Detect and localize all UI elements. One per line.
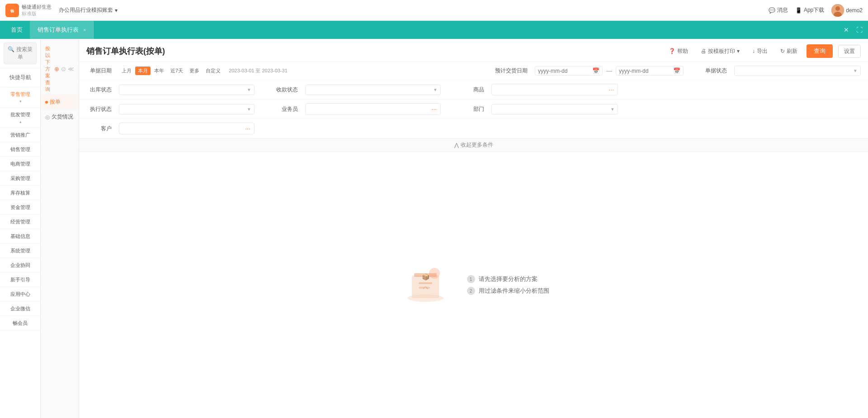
- sidebar-item-inventory[interactable]: 库存核算: [0, 186, 40, 200]
- date-tab-this-month[interactable]: 本月: [135, 66, 151, 75]
- sidebar-item-basic[interactable]: 基础信息: [0, 229, 40, 244]
- refresh-button[interactable]: ↻ 刷新: [777, 46, 801, 57]
- export-label: 导出: [757, 48, 768, 55]
- out-status-control: ▾: [119, 85, 255, 95]
- empty-steps: 1 请先选择要分析的方案 2 用过滤条件来缩小分析范围: [467, 275, 549, 295]
- date-range-text: 2023-03-01 至 2023-03-31: [229, 67, 288, 74]
- message-button[interactable]: 💬 消息: [769, 6, 788, 14]
- step-1-label: 请先选择要分析的方案: [479, 275, 538, 283]
- goods-control: ···: [491, 84, 618, 95]
- salesman-control: ···: [305, 103, 441, 115]
- sidebar-item-sales[interactable]: 销售管理: [0, 142, 40, 157]
- logo-text: 畅捷通好生意 标准版: [22, 4, 52, 17]
- calendar-start-icon[interactable]: 📅: [592, 67, 599, 74]
- sidebar-item-app-center[interactable]: 应用中心: [0, 287, 40, 302]
- expected-date-start-input[interactable]: [538, 68, 590, 74]
- nav-dropdown[interactable]: 办公用品行业模拟账套 ▾: [55, 5, 121, 16]
- sidebar-item-purchase[interactable]: 采购管理: [0, 171, 40, 186]
- avatar: [831, 4, 844, 17]
- filter-row-2: 出库状态 ▾ 收款状态 ▾ 商品: [79, 80, 868, 100]
- sidebar-item-newbie[interactable]: 新手引导: [0, 273, 40, 287]
- sub-sidebar-item-debt[interactable]: ◎ 欠货情况: [41, 109, 79, 124]
- collapse-label: 收起更多条件: [461, 141, 493, 149]
- message-label: 消息: [777, 6, 788, 14]
- date-tab-last-month[interactable]: 上月: [119, 66, 134, 75]
- active-dot: [45, 101, 48, 104]
- salesman-label: 业务员: [273, 105, 298, 113]
- export-button[interactable]: ↓ 导出: [749, 46, 771, 57]
- sub-sidebar-item-order[interactable]: 按单: [41, 95, 79, 109]
- sidebar-item-finance[interactable]: 资金管理: [0, 200, 40, 215]
- tab-active[interactable]: 销售订单执行表 ×: [30, 21, 94, 39]
- username-label: demo2: [846, 7, 863, 14]
- add-scheme-icon[interactable]: ⊕: [54, 66, 59, 72]
- user-area[interactable]: demo2: [831, 4, 863, 17]
- svg-point-10: [429, 268, 440, 279]
- template-print-label: 按模板打印: [708, 48, 735, 55]
- recv-status-label: 收款状态: [273, 86, 298, 94]
- date-tab-7days[interactable]: 近7天: [168, 66, 186, 75]
- sidebar-item-operation[interactable]: 经营管理: [0, 215, 40, 229]
- help-button[interactable]: ❓ 帮助: [665, 46, 692, 57]
- date-filter-control: 上月 本月 本年 近7天 更多 自定义 2023-03-01 至 2023-03…: [119, 66, 477, 75]
- sidebar-item-member[interactable]: 畅会员: [0, 316, 40, 331]
- sidebar-item-ecommerce[interactable]: 电商管理: [0, 157, 40, 171]
- date-tabs: 上月 本月 本年 近7天 更多 自定义: [119, 66, 223, 75]
- recv-status-control: ▾: [305, 85, 441, 95]
- dept-label: 部门: [459, 105, 484, 113]
- svg-text:畅: 畅: [10, 9, 14, 13]
- expected-date-end-wrap: 📅: [616, 66, 684, 76]
- sidebar-item-wechat[interactable]: 企业微信: [0, 302, 40, 316]
- sidebar-item-enterprise[interactable]: 企业协同: [0, 258, 40, 273]
- salesman-more-icon[interactable]: ···: [431, 105, 437, 113]
- filter-row-1: 单据日期 上月 本月 本年 近7天 更多 自定义 2023-03-01 至 20…: [79, 62, 868, 80]
- page-header: 销售订单执行表(按单) ❓ 帮助 🖨 按模板打印 ▾ ↓ 导出 ↻ 刷新: [79, 39, 868, 62]
- sidebar-item-marketing[interactable]: 营销推广: [0, 128, 40, 142]
- template-print-button[interactable]: 🖨 按模板打印 ▾: [697, 46, 743, 57]
- date-tab-this-year[interactable]: 本年: [151, 66, 167, 75]
- collapse-bar[interactable]: ⋀ 收起更多条件: [79, 138, 868, 152]
- sidebar-item-system[interactable]: 系统管理: [0, 244, 40, 258]
- svg-rect-8: [419, 282, 432, 284]
- sidebar-item-retail[interactable]: 零售管理 ▾: [0, 87, 40, 108]
- tab-home-label: 首页: [11, 26, 23, 34]
- sidebar-search-area: 🔍 搜索菜单: [0, 39, 40, 68]
- tab-close-button[interactable]: ×: [83, 27, 86, 33]
- date-tab-more[interactable]: 更多: [187, 66, 202, 75]
- maximize-icon[interactable]: ⛶: [854, 24, 864, 35]
- header-left: 畅 畅捷通好生意 标准版 办公用品行业模拟账套 ▾: [5, 4, 121, 17]
- exec-status-control: ▾: [119, 104, 255, 114]
- edit-scheme-icon[interactable]: ⊙: [61, 66, 66, 72]
- calendar-end-icon[interactable]: 📅: [673, 67, 680, 74]
- logo-area: 畅 畅捷通好生意 标准版: [5, 4, 52, 17]
- customer-label: 客户: [86, 125, 112, 133]
- customer-more-icon[interactable]: ···: [245, 125, 250, 132]
- svg-point-3: [835, 6, 840, 11]
- close-window-icon[interactable]: ✕: [842, 24, 851, 35]
- date-tab-custom[interactable]: 自定义: [203, 66, 223, 75]
- debt-item-icon: ◎: [45, 114, 50, 120]
- export-icon: ↓: [752, 48, 755, 54]
- sidebar-quicknav-label[interactable]: 快捷导航: [0, 71, 40, 84]
- settings-button[interactable]: 设置: [838, 45, 861, 58]
- app-download-button[interactable]: 📱 App下载: [795, 6, 824, 14]
- expected-date-end-input[interactable]: [619, 68, 671, 74]
- tab-home[interactable]: 首页: [4, 21, 30, 39]
- sub-sidebar-header: 按以下方案查询 ⊕ ⊙ ≪: [41, 43, 79, 95]
- filter-row-3: 执行状态 ▾ 业务员 ··· 部门: [79, 100, 868, 119]
- top-header: 畅 畅捷通好生意 标准版 办公用品行业模拟账套 ▾ 💬 消息 📱 App下载 d…: [0, 0, 868, 21]
- collapse-sub-icon[interactable]: ≪: [68, 66, 74, 72]
- phone-icon: 📱: [795, 7, 802, 14]
- collapse-button[interactable]: ⋀ 收起更多条件: [454, 141, 493, 149]
- print-chevron-icon: ▾: [737, 48, 740, 54]
- sidebar-search-button[interactable]: 🔍 搜索菜单: [4, 43, 37, 64]
- goods-more-icon[interactable]: ···: [609, 86, 614, 93]
- logo-icon: 畅: [5, 4, 19, 17]
- exec-status-label: 执行状态: [86, 105, 112, 113]
- empty-step-1: 1 请先选择要分析的方案: [467, 275, 549, 283]
- sidebar-item-wholesale[interactable]: 批发管理 ▴: [0, 108, 40, 128]
- query-button[interactable]: 查询: [807, 44, 833, 58]
- chevron-down-icon: ▾: [115, 7, 118, 14]
- date-separator: —: [604, 67, 614, 74]
- doc-status-control: ▾: [734, 66, 861, 76]
